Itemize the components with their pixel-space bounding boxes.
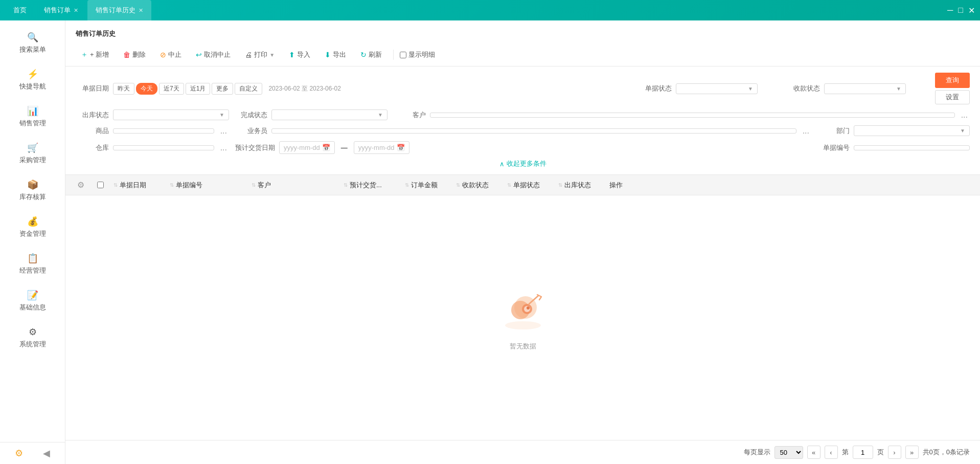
- salesperson-dots[interactable]: ...: [801, 126, 811, 136]
- tab-sales-order[interactable]: 销售订单 ✕: [36, 0, 86, 20]
- col-check: [91, 182, 109, 188]
- date-btn-more[interactable]: 更多: [212, 83, 233, 95]
- delete-button[interactable]: 🗑 删除: [118, 48, 151, 62]
- department-select[interactable]: ▼: [854, 125, 970, 136]
- warehouse-dots[interactable]: ...: [218, 143, 229, 152]
- calendar-end-icon: 📅: [397, 144, 405, 151]
- topbar: 首页 销售订单 ✕ 销售订单历史 ✕ ─ □ ✕: [0, 0, 980, 20]
- delete-icon: 🗑: [123, 51, 130, 59]
- delivery-date-start-input[interactable]: yyyy-mm-dd 📅: [279, 141, 335, 154]
- date-btn-custom[interactable]: 自定义: [235, 83, 262, 95]
- next-page-button[interactable]: ›: [888, 446, 901, 459]
- bill-status-select[interactable]: ▼: [676, 83, 758, 94]
- delivery-status-select[interactable]: ▼: [113, 109, 229, 120]
- empty-illustration: [497, 284, 549, 336]
- bill-no-label: 单据编号: [816, 143, 850, 152]
- complete-status-select[interactable]: ▼: [271, 109, 388, 120]
- pagination: 每页显示 10 20 50 100 « ‹ 第 页 › » 共0页，0条记录: [65, 440, 980, 464]
- customer-dots[interactable]: ...: [959, 111, 970, 120]
- col-amount-header: ⇅ 订单金额: [401, 181, 452, 190]
- print-button[interactable]: 🖨 打印 ▼: [240, 48, 280, 62]
- prev-page-button[interactable]: ‹: [825, 446, 838, 459]
- goods-input[interactable]: [113, 128, 214, 134]
- print-dropdown-icon[interactable]: ▼: [269, 52, 275, 58]
- minimize-button[interactable]: ─: [947, 6, 953, 15]
- receipt-status-select[interactable]: ▼: [824, 83, 906, 94]
- sys-mgmt-icon: ⚙: [29, 326, 37, 338]
- sort-date-icon[interactable]: ⇅: [113, 182, 118, 188]
- filter-complete-status-section: 完成状态 ▼: [234, 109, 388, 120]
- sidebar-item-search-menu[interactable]: 🔍 搜索菜单: [3, 26, 62, 60]
- filter-bill-date-section: 单据日期 昨天 今天 近7天 近1月 更多 自定义 2023-06-02 至 2…: [76, 83, 633, 95]
- salesperson-input[interactable]: [271, 128, 796, 134]
- sort-delivery-icon[interactable]: ⇅: [344, 182, 348, 188]
- sort-no-icon[interactable]: ⇅: [170, 182, 174, 188]
- table-settings-icon[interactable]: ⚙: [77, 180, 84, 190]
- query-button[interactable]: 查询: [935, 73, 970, 88]
- col-no-header: ⇅ 单据编号: [166, 181, 247, 190]
- date-range-display: 2023-06-02 至 2023-06-02: [268, 84, 340, 93]
- first-page-button[interactable]: «: [807, 446, 821, 459]
- export-icon: ⬇: [325, 51, 331, 59]
- maximize-button[interactable]: □: [958, 6, 963, 15]
- window-close-button[interactable]: ✕: [968, 6, 975, 15]
- sidebar-item-quick-nav[interactable]: ⚡ 快捷导航: [3, 62, 62, 97]
- tab-list: 首页 销售订单 ✕ 销售订单历史 ✕: [5, 0, 151, 20]
- main-layout: 🔍 搜索菜单 ⚡ 快捷导航 📊 销售管理 🛒 采购管理 📦 库存核算 💰 资金管…: [0, 20, 980, 464]
- sidebar-item-sales-mgmt[interactable]: 📊 销售管理: [3, 99, 62, 134]
- salesperson-label: 业务员: [234, 126, 267, 136]
- sidebar-item-sys-mgmt[interactable]: ⚙ 系统管理: [3, 320, 62, 355]
- sort-delivery-status-icon[interactable]: ⇅: [558, 182, 562, 188]
- filter-department-section: 部门 ▼: [816, 125, 970, 136]
- sidebar-settings-icon[interactable]: ⚙: [15, 448, 23, 459]
- page-number-input[interactable]: [853, 446, 873, 459]
- import-button[interactable]: ⬆ 导入: [284, 48, 315, 62]
- customer-input[interactable]: [430, 113, 955, 118]
- date-btn-today[interactable]: 今天: [136, 83, 157, 95]
- filter-row-1: 单据日期 昨天 今天 近7天 近1月 更多 自定义 2023-06-02 至 2…: [76, 73, 970, 104]
- tab-home[interactable]: 首页: [5, 0, 35, 20]
- date-btn-1month[interactable]: 近1月: [186, 83, 211, 95]
- table-header: ⚙ ⇅ 单据日期 ⇅ 单据编号 ⇅ 客户 ⇅: [65, 175, 980, 195]
- sidebar-item-purchase-mgmt[interactable]: 🛒 采购管理: [3, 136, 62, 171]
- sidebar-item-inventory[interactable]: 📦 库存核算: [3, 173, 62, 208]
- sort-bill-icon[interactable]: ⇅: [507, 182, 511, 188]
- date-btn-yesterday[interactable]: 昨天: [113, 83, 134, 95]
- date-btn-7days[interactable]: 近7天: [159, 83, 184, 95]
- filter-delivery-date-section: 预计交货日期 yyyy-mm-dd 📅 — yyyy-mm-dd 📅: [234, 141, 811, 154]
- complete-status-label: 完成状态: [234, 111, 267, 120]
- sidebar-item-business-mgmt[interactable]: 📋 经营管理: [3, 247, 62, 281]
- sort-customer-icon[interactable]: ⇅: [252, 182, 256, 188]
- stop-button[interactable]: ⊘ 中止: [155, 48, 187, 62]
- delivery-date-end-input[interactable]: yyyy-mm-dd 📅: [354, 141, 409, 154]
- bill-status-label: 单据状态: [639, 84, 672, 93]
- bill-no-input[interactable]: [854, 145, 970, 150]
- page-size-select[interactable]: 10 20 50 100: [774, 446, 803, 459]
- collapse-button[interactable]: ∧ 收起更多条件: [76, 159, 970, 168]
- close-tab-sales-order-history[interactable]: ✕: [139, 7, 143, 14]
- department-chevron-icon: ▼: [960, 128, 965, 134]
- sidebar-item-capital-mgmt[interactable]: 💰 资金管理: [3, 210, 62, 245]
- filter-goods-section: 商品 ...: [76, 126, 229, 136]
- search-menu-icon: 🔍: [27, 32, 38, 43]
- close-tab-sales-order[interactable]: ✕: [74, 7, 78, 14]
- sort-receipt-icon[interactable]: ⇅: [456, 182, 460, 188]
- tab-sales-order-history[interactable]: 销售订单历史 ✕: [87, 0, 151, 20]
- sidebar-item-basic-info[interactable]: 📝 基础信息: [3, 283, 62, 318]
- goods-dots[interactable]: ...: [218, 126, 229, 136]
- display-toggle-label: 显示明细: [400, 50, 435, 59]
- last-page-button[interactable]: »: [905, 446, 919, 459]
- sort-amount-icon[interactable]: ⇅: [405, 182, 409, 188]
- export-button[interactable]: ⬇ 导出: [320, 48, 351, 62]
- sales-mgmt-icon: 📊: [27, 105, 38, 117]
- delivery-status-label: 出库状态: [76, 111, 109, 120]
- cancel-stop-button[interactable]: ↩ 取消中止: [191, 48, 236, 62]
- refresh-button[interactable]: ↻ 刷新: [355, 48, 387, 62]
- filter-warehouse-section: 仓库 ...: [76, 143, 229, 152]
- warehouse-input[interactable]: [113, 145, 214, 150]
- display-toggle-checkbox[interactable]: [400, 52, 406, 58]
- sidebar-collapse-icon[interactable]: ◀: [43, 448, 50, 459]
- settings-filter-button[interactable]: 设置: [935, 90, 970, 104]
- select-all-checkbox[interactable]: [97, 182, 104, 188]
- new-button[interactable]: ＋ + 新增: [76, 48, 114, 62]
